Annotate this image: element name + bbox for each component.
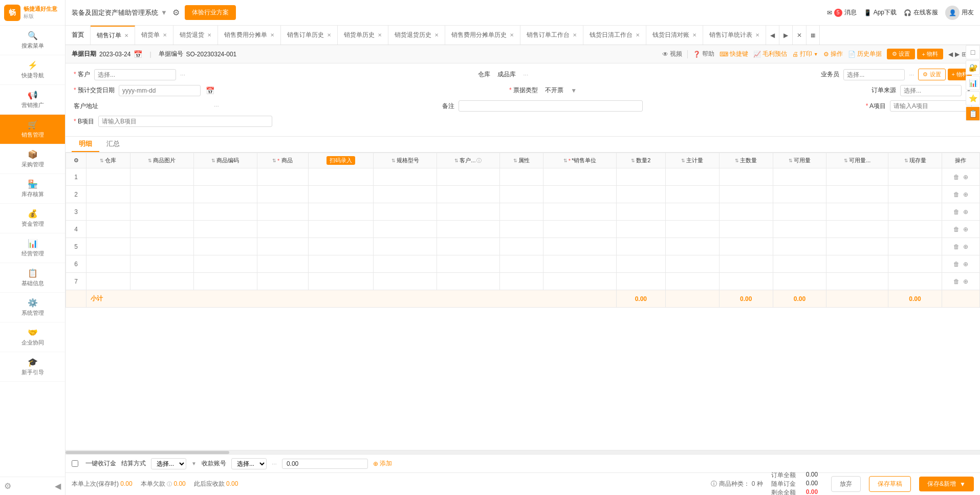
shortcut-btn[interactable]: ⌨ 快捷键 [720,50,748,58]
sidebar-item-enterprise[interactable]: 🤝 企业协同 [0,322,65,352]
tab-close-icon[interactable]: ✕ [755,32,759,38]
customer-input[interactable] [94,69,176,80]
save-new-dropdown-icon[interactable]: ▼ [960,481,966,488]
tab-close-icon[interactable]: ✕ [378,32,382,38]
sort-icon[interactable]: ⇅ [100,158,104,163]
right-panel-btn-1[interactable]: □ [966,45,980,59]
ops-btn[interactable]: ⚙ 操作 [823,50,843,58]
row-copy-icon[interactable]: ⊕ [963,261,968,268]
row-delete-icon[interactable]: 🗑 [953,191,960,198]
th-settings[interactable]: ⚙ [66,153,86,168]
preview-btn[interactable]: 👁 视频 [662,50,682,58]
online-service-item[interactable]: 🎧 在线客服 [904,8,938,17]
tab-sales-refund[interactable]: 销货退货 ✕ [173,26,218,45]
tab-close-all-btn[interactable]: ✕ [793,26,807,45]
print-btn[interactable]: 🖨 打印 ▼ [792,50,818,58]
right-panel-btn-4[interactable]: ⭐ [966,91,980,105]
add-product-btn[interactable]: + 物料 [917,49,943,59]
tab-daily-clear[interactable]: 钱货日清工作台 ✕ [583,26,646,45]
tab-summary[interactable]: 销售订单统计表 ✕ [703,26,766,45]
th-scan[interactable]: 扫码录入 [308,153,374,168]
scan-btn[interactable]: 扫码录入 [326,156,355,165]
tab-close-icon[interactable]: ✕ [163,32,167,38]
project-a-input[interactable] [890,100,972,112]
tab-sales-return[interactable]: 销货单 ✕ [135,26,173,45]
row-delete-icon[interactable]: 🗑 [953,278,960,285]
date-value[interactable]: 2023-03-24 [99,51,130,58]
tab-summary[interactable]: 汇总 [99,137,127,152]
sidebar-item-finance[interactable]: 💰 资金管理 [0,204,65,233]
row-delete-icon[interactable]: 🗑 [953,243,960,250]
calendar-icon[interactable]: 📅 [134,50,142,58]
save-draft-button[interactable]: 保存草稿 [869,476,911,492]
tab-close-icon[interactable]: ✕ [327,32,331,38]
sidebar-item-purchase[interactable]: 📦 采购管理 [0,144,65,174]
sidebar-item-marketing[interactable]: 📢 营销推广 [0,85,65,115]
tab-order-workbench[interactable]: 销售订单工作台 ✕ [520,26,583,45]
sidebar-item-inventory[interactable]: 🏪 库存核算 [0,174,65,204]
tab-close-icon[interactable]: ✕ [510,32,514,38]
tab-close-icon[interactable]: ✕ [636,32,640,38]
salesperson-input[interactable] [843,69,905,80]
scroll-thumb[interactable] [66,451,229,454]
invoice-dropdown-icon[interactable]: ▼ [571,87,577,94]
warehouse-dots[interactable]: ··· [523,71,528,78]
settings-right-btn[interactable]: ⚙ 设置 [918,69,945,80]
sidebar-item-quick[interactable]: ⚡ 快捷导航 [0,55,65,85]
tab-close-icon[interactable]: ✕ [434,32,439,38]
collapse-icon[interactable]: ◀ [55,481,61,491]
right-panel-btn-2[interactable]: 🔐 [966,60,980,75]
nav-right-icon[interactable]: ▶ [955,51,960,58]
sidebar-item-system[interactable]: ⚙️ 系统管理 [0,293,65,322]
row-delete-icon[interactable]: 🗑 [953,226,960,233]
app-download-item[interactable]: 📱 App下载 [864,8,897,17]
row-copy-icon[interactable]: ⊕ [963,191,968,198]
payment-amount-input[interactable] [282,459,368,469]
right-panel-btn-3[interactable]: 📊 [966,76,980,90]
order-source-input[interactable] [900,85,962,96]
tab-sales-history[interactable]: 销售订单历史 ✕ [281,26,338,45]
save-new-button[interactable]: 保存&新增 ▼ [919,477,974,491]
row-copy-icon[interactable]: ⊕ [963,243,968,250]
nav-left-icon[interactable]: ◀ [948,51,953,58]
sidebar-item-search[interactable]: 🔍 搜索菜单 [0,26,65,55]
account-dots[interactable]: ··· [272,460,277,467]
user-item[interactable]: 👤 用友 [945,6,974,20]
salesperson-dots[interactable]: ··· [909,71,914,78]
row-copy-icon[interactable]: ⊕ [963,174,968,181]
tab-prev-btn[interactable]: ◀ [766,26,779,45]
tab-close-icon[interactable]: ✕ [270,32,274,38]
sidebar-item-guide[interactable]: 🎓 新手引导 [0,352,65,382]
tab-sales-order[interactable]: 销售订单 ✕ [91,26,135,45]
discard-button[interactable]: 放弃 [831,476,861,492]
tab-detail[interactable]: 明细 [72,137,99,152]
row-delete-icon[interactable]: 🗑 [953,208,960,216]
sidebar-item-basic[interactable]: 📋 基础信息 [0,263,65,293]
tab-refund-history[interactable]: 销货退货历史 ✕ [388,26,445,45]
add-payment-btn[interactable]: ⊕ 添加 [373,459,392,468]
row-copy-icon[interactable]: ⊕ [963,278,968,285]
method-select[interactable]: 选择... [151,458,186,469]
customer-dots[interactable]: ··· [180,71,185,78]
delivery-input[interactable] [119,85,201,96]
address-dots[interactable]: ··· [214,102,219,110]
row-delete-icon[interactable]: 🗑 [953,261,960,268]
tab-close-icon[interactable]: ✕ [124,33,128,38]
tab-close-icon[interactable]: ✕ [573,32,577,38]
row-delete-icon[interactable]: 🗑 [953,174,960,181]
project-b-input[interactable] [98,116,272,127]
tab-home[interactable]: 首页 [66,26,91,45]
tab-sales-fee[interactable]: 销售费用分摊单 ✕ [218,26,281,45]
row-copy-icon[interactable]: ⊕ [963,208,968,216]
tab-return-history[interactable]: 销货单历史 ✕ [338,26,388,45]
tab-daily-account[interactable]: 钱货日清对账 ✕ [646,26,703,45]
right-panel-btn-5[interactable]: 📋 [966,106,980,121]
tab-close-icon[interactable]: ✕ [692,32,696,38]
history-btn[interactable]: 📄 历史单据 [848,50,882,58]
settings-btn[interactable]: ⚙ 设置 [887,49,915,59]
topbar-gear-icon[interactable]: ⚙ [172,8,180,17]
tab-menu-btn[interactable]: ▦ [807,26,820,45]
remark-input[interactable] [459,100,643,112]
delivery-calendar-icon[interactable]: 📅 [206,87,214,95]
sidebar-item-operations[interactable]: 📊 经营管理 [0,233,65,263]
